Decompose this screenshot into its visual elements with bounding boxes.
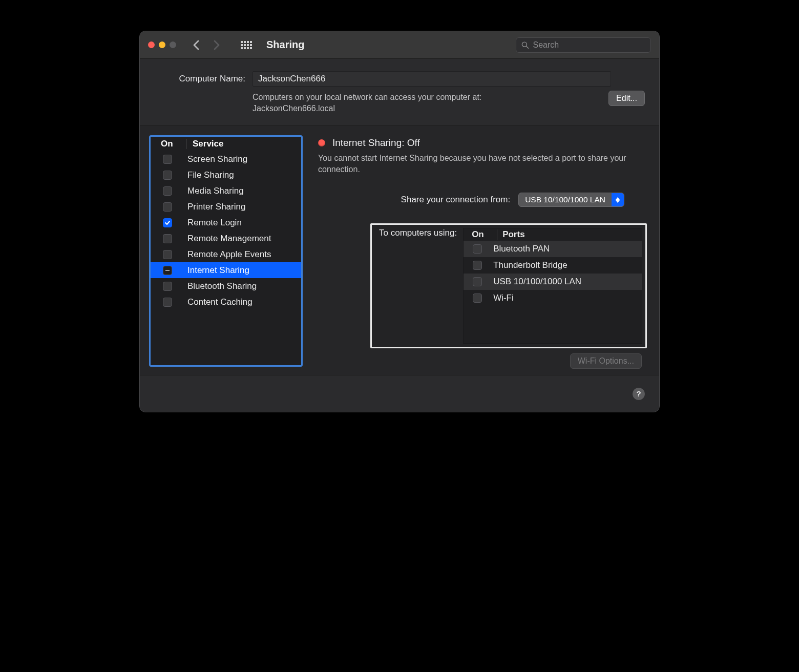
port-label: USB 10/100/1000 LAN	[482, 277, 581, 287]
pane-title: Sharing	[266, 39, 304, 51]
port-checkbox[interactable]	[473, 293, 482, 303]
service-checkbox[interactable]	[163, 155, 172, 164]
service-row[interactable]: Media Sharing	[151, 183, 301, 199]
search-field[interactable]	[516, 37, 651, 53]
ports-header: On Ports	[464, 228, 642, 241]
service-checkbox[interactable]	[163, 298, 172, 307]
ports-list[interactable]: On Ports Bluetooth PANThunderbolt Bridge…	[463, 228, 642, 344]
close-window-button[interactable]	[148, 41, 155, 48]
fullscreen-window-button[interactable]	[170, 41, 176, 48]
service-checkbox[interactable]	[163, 250, 172, 259]
services-header-service: Service	[186, 139, 224, 149]
service-row[interactable]: Printer Sharing	[151, 199, 301, 215]
back-icon[interactable]	[193, 40, 199, 50]
ports-header-on: On	[472, 229, 497, 240]
ports-panel: To computers using: On Ports Bluetooth P…	[370, 223, 647, 348]
service-label: Internet Sharing	[172, 265, 249, 276]
chevron-updown-icon	[612, 193, 624, 206]
service-label: Remote Management	[172, 234, 271, 244]
service-label: Remote Login	[172, 218, 242, 228]
services-section: On Service Screen SharingFile SharingMed…	[140, 126, 659, 375]
footer: ?	[140, 375, 659, 412]
search-icon	[521, 41, 529, 49]
port-checkbox[interactable]	[473, 244, 482, 254]
window-controls	[148, 41, 176, 48]
service-checkbox[interactable]	[163, 266, 172, 275]
service-label: Remote Apple Events	[172, 249, 271, 260]
computer-name-section: Computer Name: Computers on your local n…	[140, 59, 659, 126]
minimize-window-button[interactable]	[159, 41, 165, 48]
share-from-label: Share your connection from:	[401, 195, 511, 205]
service-row[interactable]: Remote Apple Events	[151, 246, 301, 262]
port-row[interactable]: USB 10/100/1000 LAN	[464, 274, 642, 290]
services-header: On Service	[151, 137, 301, 151]
port-checkbox[interactable]	[473, 277, 482, 286]
computer-name-input[interactable]	[253, 71, 611, 87]
show-all-icon[interactable]	[241, 41, 252, 49]
search-input[interactable]	[533, 40, 645, 50]
edit-hostname-button[interactable]: Edit...	[608, 91, 645, 106]
status-description: You cannot start Internet Sharing becaus…	[318, 153, 647, 175]
share-from-dropdown[interactable]: USB 10/100/1000 LAN	[518, 193, 624, 207]
service-row[interactable]: File Sharing	[151, 167, 301, 183]
service-row[interactable]: Internet Sharing	[151, 262, 301, 278]
port-checkbox[interactable]	[473, 261, 482, 270]
port-label: Bluetooth PAN	[482, 244, 550, 254]
service-label: File Sharing	[172, 170, 234, 180]
service-label: Printer Sharing	[172, 202, 245, 212]
service-label: Bluetooth Sharing	[172, 281, 257, 291]
share-from-value: USB 10/100/1000 LAN	[525, 195, 605, 204]
computer-name-description: Computers on your local network can acce…	[253, 92, 608, 114]
services-list[interactable]: On Service Screen SharingFile SharingMed…	[149, 135, 303, 367]
service-label: Content Caching	[172, 297, 253, 307]
service-row[interactable]: Content Caching	[151, 294, 301, 310]
service-label: Media Sharing	[172, 186, 244, 196]
ports-label: To computers using:	[379, 228, 457, 238]
service-checkbox[interactable]	[163, 202, 172, 212]
toolbar: Sharing	[140, 31, 659, 59]
service-row[interactable]: Remote Management	[151, 230, 301, 246]
status-indicator-icon	[318, 139, 325, 146]
service-checkbox[interactable]	[163, 218, 172, 227]
help-button[interactable]: ?	[633, 388, 645, 400]
port-label: Thunderbolt Bridge	[482, 260, 567, 270]
ports-header-ports: Ports	[497, 229, 524, 240]
port-row[interactable]: Wi-Fi	[464, 290, 642, 306]
port-row[interactable]: Bluetooth PAN	[464, 241, 642, 257]
service-row[interactable]: Bluetooth Sharing	[151, 278, 301, 294]
sharing-prefs-window: Sharing Computer Name: Computers on your…	[139, 31, 660, 412]
svg-line-1	[527, 46, 529, 48]
wifi-options-button: Wi-Fi Options...	[570, 353, 642, 369]
forward-icon[interactable]	[214, 40, 220, 50]
service-checkbox[interactable]	[163, 171, 172, 180]
service-checkbox[interactable]	[163, 282, 172, 291]
services-header-on: On	[161, 139, 186, 149]
status-title: Internet Sharing: Off	[332, 137, 420, 149]
service-label: Screen Sharing	[172, 154, 247, 164]
service-row[interactable]: Screen Sharing	[151, 151, 301, 167]
port-label: Wi-Fi	[482, 293, 514, 303]
service-checkbox[interactable]	[163, 234, 172, 243]
service-row[interactable]: Remote Login	[151, 215, 301, 230]
service-checkbox[interactable]	[163, 186, 172, 196]
computer-name-label: Computer Name:	[154, 74, 245, 84]
port-row[interactable]: Thunderbolt Bridge	[464, 257, 642, 274]
service-detail: Internet Sharing: Off You cannot start I…	[318, 135, 647, 369]
nav-buttons	[193, 40, 220, 50]
